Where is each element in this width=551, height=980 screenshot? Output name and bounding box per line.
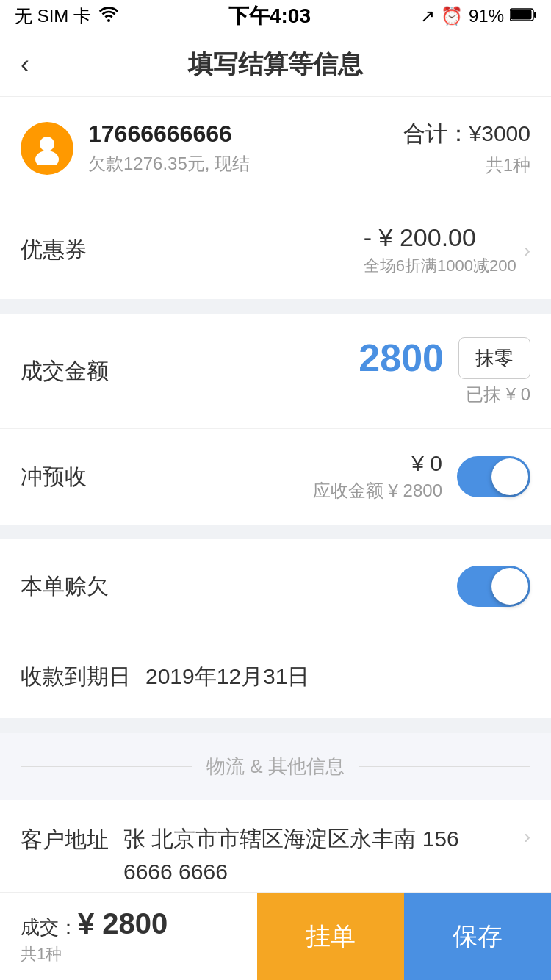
customer-right: 合计：¥3000 共1种 [403,119,530,177]
transaction-amount: 2800 [359,336,444,380]
customer-left: 17666666666 欠款1276.35元, 现结 [21,120,250,176]
pending-button[interactable]: 挂单 [257,893,404,981]
battery-icon [510,6,536,26]
nav-bar: ‹ 填写结算等信息 [0,32,551,97]
customer-phone: 17666666666 [88,120,250,148]
coupon-chevron-icon: › [524,239,530,262]
prepay-toggle[interactable] [457,456,530,497]
customer-info: 17666666666 欠款1276.35元, 现结 [88,120,250,176]
location-icon: ↗ [420,6,435,26]
coupon-info: - ¥ 200.00 全场6折满1000减200 [364,223,516,277]
sim-status: 无 SIM 卡 [15,4,91,28]
transaction-card: 成交金额 2800 抹零 已抹 ¥ 0 冲预收 ¥ 0 应收金额 ¥ 2800 [0,314,551,525]
bottom-bar: 成交：¥ 2800 共1种 挂单 保存 [0,892,551,980]
bottom-summary: 成交：¥ 2800 共1种 [0,907,257,965]
coupon-row[interactable]: 优惠券 - ¥ 200.00 全场6折满1000减200 › [0,201,551,299]
total-label: 合计： [403,121,469,145]
prepay-amount: ¥ 0 [313,451,442,476]
logistics-line-right [359,766,530,767]
coupon-discount: - ¥ 200.00 [364,223,516,252]
amount-right: 2800 抹零 [359,336,530,380]
status-right: ↗ ⏰ 91% [420,6,536,26]
transaction-sub: 已抹 ¥ 0 [359,383,530,406]
address-value: 张 北京市市辖区海淀区永丰南 156 6666 6666 [123,822,509,888]
svg-rect-1 [534,12,536,18]
total-value: ¥3000 [469,121,530,145]
prepay-right: ¥ 0 应收金额 ¥ 2800 [313,451,530,502]
back-button[interactable]: ‹ [21,49,29,80]
svg-rect-2 [511,10,531,20]
address-label: 客户地址 [21,822,109,855]
logistics-divider: 物流 & 其他信息 [0,733,551,800]
bottom-count: 共1种 [21,943,237,965]
customer-debt: 欠款1276.35元, 现结 [88,152,250,176]
eraze-button[interactable]: 抹零 [458,337,530,379]
coupon-detail: 全场6折满1000减200 [364,255,516,277]
prepay-values: ¥ 0 应收金额 ¥ 2800 [313,451,442,502]
alarm-icon: ⏰ [441,6,463,26]
total-count: 共1种 [403,154,530,177]
prepay-sub: 应收金额 ¥ 2800 [313,479,442,502]
status-left: 无 SIM 卡 [15,4,119,28]
address-chevron-icon: › [524,822,530,849]
duedate-value: 2019年12月31日 [145,662,309,692]
content: 17666666666 欠款1276.35元, 现结 合计：¥3000 共1种 … [0,97,551,980]
page-title: 填写结算等信息 [188,48,363,82]
logistics-text: 物流 & 其他信息 [192,754,359,779]
debt-row: 本单赊欠 [0,539,551,633]
avatar [21,122,73,175]
save-button[interactable]: 保存 [404,893,551,981]
transaction-label: 成交金额 [21,356,109,386]
debt-label: 本单赊欠 [21,572,109,602]
prepay-label: 冲预收 [21,462,87,492]
battery-percent: 91% [469,6,504,26]
status-time: 下午4:03 [228,2,311,30]
bottom-deal-label: 成交：¥ 2800 [21,907,237,940]
prepay-row: 冲预收 ¥ 0 应收金额 ¥ 2800 [0,429,551,525]
logistics-line-left [21,766,192,767]
wifi-icon [98,6,119,26]
status-bar: 无 SIM 卡 下午4:03 ↗ ⏰ 91% [0,0,551,32]
coupon-label: 优惠券 [21,235,87,265]
deal-amount: ¥ 2800 [78,907,168,940]
customer-row: 17666666666 欠款1276.35元, 现结 合计：¥3000 共1种 [0,97,551,199]
total-amount: 合计：¥3000 [403,119,530,149]
toggle-thumb [491,458,528,495]
debt-card: 本单赊欠 收款到期日 2019年12月31日 [0,539,551,718]
duedate-label: 收款到期日 [21,662,131,692]
deal-text: 成交： [21,916,78,938]
svg-point-4 [35,151,59,165]
debt-toggle-thumb [491,568,528,605]
amount-row: 成交金额 2800 抹零 已抹 ¥ 0 [0,314,551,429]
debt-toggle[interactable] [457,566,530,607]
coupon-right: - ¥ 200.00 全场6折满1000减200 › [364,223,530,277]
duedate-row: 收款到期日 2019年12月31日 [0,635,551,718]
svg-point-3 [40,137,54,151]
transaction-right: 2800 抹零 已抹 ¥ 0 [359,336,530,406]
customer-card: 17666666666 欠款1276.35元, 现结 合计：¥3000 共1种 … [0,97,551,299]
